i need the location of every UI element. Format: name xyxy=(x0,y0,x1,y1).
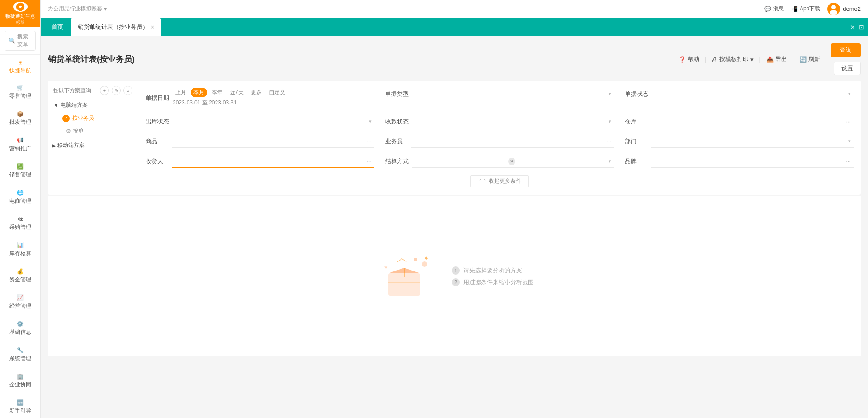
receiver-input[interactable]: ··· xyxy=(172,155,374,168)
scheme-item-order[interactable]: ⚙ 按单 xyxy=(52,125,134,137)
filter-grid: 单据日期 上月 本月 本年 近7天 更多 自定义 2023-03-01 至 20… xyxy=(146,88,854,168)
filter-brand: 品牌 ··· xyxy=(625,155,854,168)
retail-label: 零售管理 xyxy=(9,92,31,100)
salesman-input[interactable]: ··· xyxy=(411,135,614,148)
doc-type-input[interactable]: ▾ xyxy=(412,88,614,100)
date-tab-thisyear[interactable]: 本年 xyxy=(209,88,225,97)
sidebar-item-ecommerce[interactable]: 🌐 电商管理 xyxy=(0,184,40,210)
sidebar: 畅捷通好生意 标版 🔍 搜索菜单 ⊞ 快捷导航 🛒 零售管理 📦 批发管理 📢 … xyxy=(0,0,41,418)
sub-icon: ⚙ xyxy=(66,128,71,134)
filter-doc-status: 单据状态 ▾ xyxy=(625,88,854,100)
date-tab-custom[interactable]: 自定义 xyxy=(266,88,288,97)
collapse-button[interactable]: ⌃⌃ 收起更多条件 xyxy=(470,175,529,187)
user-profile[interactable]: demo2 xyxy=(827,3,861,15)
sidebar-item-system[interactable]: 🔧 系统管理 xyxy=(0,342,40,368)
top-header: 办公用品行业模拟账套 ▾ 💬 消息 📲 App下载 demo2 xyxy=(41,0,868,18)
sidebar-item-newuser[interactable]: 🆕 新手引导 xyxy=(0,394,40,418)
receiver-more-icon[interactable]: ··· xyxy=(367,158,372,165)
operations-label: 经营管理 xyxy=(9,302,31,310)
enterprise-icon: 🏢 xyxy=(17,373,24,380)
sidebar-item-basic[interactable]: ⚙️ 基础信息 xyxy=(0,315,40,342)
app-download-button[interactable]: 📲 App下载 xyxy=(791,5,820,13)
sidebar-item-inventory[interactable]: 📊 库存核算 xyxy=(0,237,40,263)
toolbar-divider-3: | xyxy=(793,56,794,63)
page-toolbar: ❓ 帮助 | 🖨 按模板打印 ▾ | 📤 导出 | 🔄 刷新 xyxy=(679,43,861,75)
refresh-button[interactable]: 🔄 刷新 xyxy=(799,55,820,63)
tab-close-icon[interactable]: × xyxy=(151,24,154,30)
date-tab-more[interactable]: 更多 xyxy=(248,88,264,97)
brand-input[interactable]: ··· xyxy=(651,155,854,168)
date-range-text[interactable]: 2023-03-01 至 2023-03-31 xyxy=(173,99,374,108)
goods-more-icon[interactable]: ··· xyxy=(367,138,372,145)
sidebar-item-purchase[interactable]: 🛍 采购管理 xyxy=(0,210,40,237)
add-scheme-button[interactable]: + xyxy=(100,86,109,95)
date-tab-7days[interactable]: 近7天 xyxy=(227,88,246,97)
query-button[interactable]: 查询 xyxy=(831,43,861,57)
filter-date: 单据日期 上月 本月 本年 近7天 更多 自定义 2023-03-01 至 20… xyxy=(146,88,374,108)
brand-more-icon[interactable]: ··· xyxy=(846,158,851,165)
sidebar-item-retail[interactable]: 🛒 零售管理 xyxy=(0,79,40,105)
header-actions: + ✎ « xyxy=(100,86,132,95)
top-header-right: 💬 消息 📲 App下载 demo2 xyxy=(764,3,861,15)
warehouse-more-icon[interactable]: ··· xyxy=(846,118,851,125)
download-icon: 📲 xyxy=(791,6,798,12)
scheme-group-mobile-title[interactable]: ▶ 移动端方案 xyxy=(48,139,138,152)
receiver-label: 收货人 xyxy=(146,157,168,166)
message-button[interactable]: 💬 消息 xyxy=(764,5,784,13)
department-input[interactable]: ▾ xyxy=(651,135,854,148)
tab-home[interactable]: 首页 xyxy=(44,18,71,36)
collect-status-dropdown-icon: ▾ xyxy=(609,119,611,124)
sidebar-item-wholesale[interactable]: 📦 批发管理 xyxy=(0,105,40,132)
doc-status-input[interactable]: ▾ xyxy=(652,88,854,100)
payment-input[interactable]: ✕ ▾ xyxy=(412,155,614,168)
scheme-group-desktop-title[interactable]: ▼ 电脑端方案 xyxy=(52,99,134,112)
goods-input[interactable]: ··· xyxy=(172,135,374,148)
help-button[interactable]: ❓ 帮助 xyxy=(679,55,699,63)
sidebar-item-finance[interactable]: 💰 资金管理 xyxy=(0,263,40,289)
tab-sales-stats[interactable]: 销货单统计表（按业务员） × xyxy=(71,18,161,36)
wholesale-icon: 📦 xyxy=(17,111,24,117)
sidebar-item-marketing[interactable]: 📢 营销推广 xyxy=(0,132,40,158)
breadcrumb-dropdown-icon[interactable]: ▾ xyxy=(104,6,107,12)
left-panel-header: 按以下方案查询 + ✎ « xyxy=(48,86,138,99)
sidebar-item-sales[interactable]: 💹 销售管理 xyxy=(0,158,40,184)
settings-button[interactable]: 设置 xyxy=(834,62,861,75)
date-label: 单据日期 xyxy=(146,94,169,102)
template-print-button[interactable]: 🖨 按模板打印 ▾ xyxy=(712,55,754,63)
quicknav-icon: ⊞ xyxy=(18,59,23,66)
sidebar-item-enterprise[interactable]: 🏢 企业协同 xyxy=(0,368,40,394)
edit-scheme-button[interactable]: ✎ xyxy=(112,86,121,95)
collect-status-input[interactable]: ▾ xyxy=(412,115,614,128)
refresh-label: 刷新 xyxy=(808,55,820,63)
page-title: 销货单统计表(按业务员) xyxy=(48,54,135,65)
salesman-label: 业务员 xyxy=(385,138,408,146)
svg-point-1 xyxy=(831,5,836,10)
svg-point-5 xyxy=(422,261,427,267)
empty-state-graphic: ✦ ★ xyxy=(375,251,434,302)
print-dropdown-icon: ▾ xyxy=(750,56,754,63)
date-tab-lastmonth[interactable]: 上月 xyxy=(173,88,189,97)
sales-icon: 💹 xyxy=(17,163,24,170)
warehouse-input[interactable]: ··· xyxy=(651,115,854,128)
sidebar-item-operations[interactable]: 📈 经营管理 xyxy=(0,289,40,315)
tab-close-window-icon[interactable]: ✕ xyxy=(850,24,855,31)
system-label: 系统管理 xyxy=(9,355,31,362)
export-button[interactable]: 📤 导出 xyxy=(766,55,787,63)
out-status-input[interactable]: ▾ xyxy=(173,115,374,128)
hint-item-1: 1 请先选择要分析的方案 xyxy=(452,266,534,275)
hint-num-1: 1 xyxy=(452,266,460,275)
search-menu-button[interactable]: 🔍 搜索菜单 xyxy=(5,31,36,51)
tab-maximize-icon[interactable]: ⊡ xyxy=(859,24,864,31)
search-icon: 🔍 xyxy=(9,38,15,44)
breadcrumb-text: 办公用品行业模拟账套 xyxy=(48,5,102,13)
filter-warehouse: 仓库 ··· xyxy=(625,115,854,128)
sidebar-item-quicknav[interactable]: ⊞ 快捷导航 xyxy=(0,55,40,79)
hint-text-1: 请先选择要分析的方案 xyxy=(463,266,522,275)
date-tab-thismonth[interactable]: 本月 xyxy=(191,88,207,97)
payment-clear-button[interactable]: ✕ xyxy=(508,158,515,165)
salesman-more-icon[interactable]: ··· xyxy=(606,138,611,145)
scheme-item-salesman[interactable]: ✓ 按业务员 xyxy=(52,112,134,125)
svg-text:★: ★ xyxy=(384,265,388,270)
purchase-label: 采购管理 xyxy=(9,223,31,231)
collapse-panel-button[interactable]: « xyxy=(123,86,132,95)
